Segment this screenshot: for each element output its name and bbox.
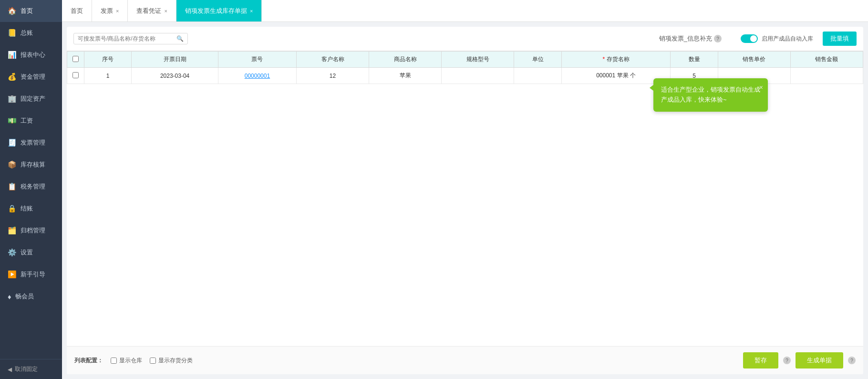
ledger-icon: 📒 (8, 29, 17, 37)
save-button[interactable]: 暂存 (743, 352, 778, 368)
tab-view-voucher[interactable]: 查看凭证 × (128, 0, 176, 21)
td-date: 2023-03-04 (132, 68, 218, 84)
td-unit (514, 68, 561, 84)
tab-home[interactable]: 首页 (62, 0, 92, 21)
td-customer: 12 (296, 68, 369, 84)
info-label: 销项发票_信息补充 ? (659, 34, 722, 43)
tab-invoice-close[interactable]: × (116, 8, 119, 14)
sidebar-item-invoice[interactable]: 🧾 发票管理 (0, 132, 62, 154)
tab-create-inventory[interactable]: 销项发票生成库存单据 × (176, 0, 262, 21)
toolbar: 🔍 销项发票_信息补充 ? 启用产成品自动入库 批量填 (67, 27, 863, 51)
batch-fill-button[interactable]: 批量填 (823, 32, 857, 46)
sidebar-item-report[interactable]: 📊 报表中心 (0, 44, 62, 66)
th-product: 商品名称 (369, 52, 442, 68)
row-checkbox[interactable] (72, 72, 79, 78)
report-icon: 📊 (8, 51, 17, 59)
sidebar: 🏠 首页 📒 总账 📊 报表中心 💰 资金管理 🏢 固定资产 💵 工资 🧾 发票… (0, 0, 62, 379)
content-area: 🔍 销项发票_信息补充 ? 启用产成品自动入库 批量填 序 (67, 27, 863, 374)
tab-view-voucher-close[interactable]: × (164, 8, 167, 14)
sidebar-item-inventory[interactable]: 📦 库存核算 (0, 154, 62, 176)
info-help-icon[interactable]: ? (714, 35, 722, 42)
tab-create-inventory-close[interactable]: × (250, 8, 253, 14)
th-seq: 序号 (84, 52, 132, 68)
tab-invoice[interactable]: 发票 × (92, 0, 128, 21)
tooltip-close-button[interactable]: × (759, 82, 763, 93)
tab-bar: 首页 发票 × 查看凭证 × 销项发票生成库存单据 × (62, 0, 868, 22)
search-box[interactable]: 🔍 (73, 33, 188, 44)
show-warehouse-checkbox[interactable] (111, 358, 117, 364)
td-amount (790, 68, 863, 84)
th-quantity: 数量 (671, 52, 718, 68)
show-warehouse-item: 显示仓库 (111, 357, 142, 365)
search-input[interactable] (78, 35, 174, 42)
tax-icon: 📋 (8, 182, 17, 191)
closing-icon: 🔒 (8, 204, 17, 213)
guide-icon: ▶️ (8, 270, 17, 279)
sidebar-item-settings[interactable]: ⚙️ 设置 (0, 242, 62, 263)
unfix-icon: ◀ (8, 366, 12, 373)
th-unit: 单位 (514, 52, 561, 68)
td-product: 苹果 (369, 68, 442, 84)
home-icon: 🏠 (8, 7, 17, 15)
td-ticket: 00000001 (218, 68, 296, 84)
td-check (67, 68, 84, 84)
vip-icon: ♦ (8, 293, 11, 301)
th-ticket: 票号 (218, 52, 296, 68)
sidebar-item-fund[interactable]: 💰 资金管理 (0, 66, 62, 88)
table-header-row: 序号 开票日期 票号 客户名称 商品名称 规格型号 单位 存货名称 数量 销售单… (67, 52, 863, 68)
auto-inbound-toggle[interactable] (741, 34, 758, 43)
fund-icon: 💰 (8, 73, 17, 81)
sidebar-item-guide[interactable]: ▶️ 新手引导 (0, 263, 62, 285)
sidebar-item-ledger[interactable]: 📒 总账 (0, 22, 62, 44)
th-amount: 销售金额 (790, 52, 863, 68)
assets-icon: 🏢 (8, 95, 17, 103)
sidebar-item-tax[interactable]: 📋 税务管理 (0, 176, 62, 198)
generate-button[interactable]: 生成单据 (796, 352, 843, 368)
th-inventory: 存货名称 (561, 52, 671, 68)
sidebar-item-archive[interactable]: 🗂️ 归档管理 (0, 220, 62, 242)
invoice-icon: 🧾 (8, 138, 17, 147)
search-icon: 🔍 (176, 35, 184, 42)
th-spec: 规格型号 (442, 52, 514, 68)
th-price: 销售单价 (718, 52, 790, 68)
bottom-actions: 暂存 ? 生成单据 ? (743, 352, 856, 368)
sidebar-item-assets[interactable]: 🏢 固定资产 (0, 88, 62, 110)
bottom-bar: 列表配置： 显示仓库 显示存货分类 暂存 ? 生成单据 ? (67, 346, 863, 374)
sidebar-item-home[interactable]: 🏠 首页 (0, 0, 62, 22)
sidebar-item-vip[interactable]: ♦ 畅会员 (0, 285, 62, 307)
settings-icon: ⚙️ (8, 248, 17, 257)
inventory-icon: 📦 (8, 160, 17, 169)
save-help-icon[interactable]: ? (783, 357, 791, 364)
toggle-area: 启用产成品自动入库 (741, 34, 813, 43)
td-spec (442, 68, 514, 84)
payroll-icon: 💵 (8, 116, 17, 125)
show-category-item: 显示存货分类 (150, 357, 193, 365)
tooltip-popup: × 适合生产型企业，销项发票自动生成产成品入库，快来体验~ (653, 78, 768, 112)
archive-icon: 🗂️ (8, 226, 17, 235)
th-customer: 客户名称 (296, 52, 369, 68)
td-seq: 1 (84, 68, 132, 84)
ticket-link[interactable]: 00000001 (245, 73, 270, 79)
unfix-sidebar[interactable]: ◀ 取消固定 (0, 359, 62, 379)
gen-help-icon[interactable]: ? (848, 357, 856, 364)
th-check (67, 52, 84, 68)
sidebar-item-payroll[interactable]: 💵 工资 (0, 110, 62, 132)
show-category-checkbox[interactable] (150, 358, 156, 364)
sidebar-item-closing[interactable]: 🔒 结账 (0, 198, 62, 220)
select-all-checkbox[interactable] (72, 56, 79, 62)
th-date: 开票日期 (132, 52, 218, 68)
main-area: 首页 发票 × 查看凭证 × 销项发票生成库存单据 × 🔍 销项发票_信息补充 … (62, 0, 868, 379)
